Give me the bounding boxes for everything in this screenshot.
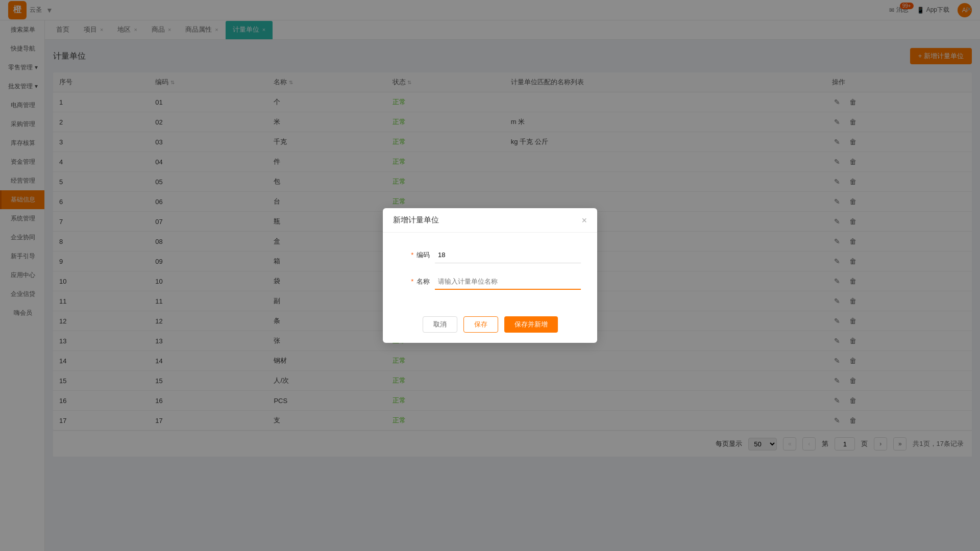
modal-overlay[interactable]: 新增计量单位 × * 编码 * 名称 取消 保存 保存并新增 [0,0,980,551]
form-row-code: * 编码 [399,247,581,263]
save-btn[interactable]: 保存 [463,316,498,333]
code-label: * 编码 [399,251,430,260]
form-row-name: * 名称 [399,273,581,290]
required-star-name: * [411,278,413,285]
name-input[interactable] [435,273,581,290]
required-star-code: * [411,251,413,259]
code-input[interactable] [435,247,581,263]
modal-title: 新增计量单位 [393,215,439,225]
add-unit-modal: 新增计量单位 × * 编码 * 名称 取消 保存 保存并新增 [383,208,597,343]
modal-header: 新增计量单位 × [383,208,597,233]
modal-footer: 取消 保存 保存并新增 [383,310,597,343]
name-label: * 名称 [399,277,430,286]
modal-body: * 编码 * 名称 [383,233,597,310]
cancel-btn[interactable]: 取消 [423,316,457,333]
save-new-btn[interactable]: 保存并新增 [504,316,558,333]
modal-close-btn[interactable]: × [581,216,587,225]
